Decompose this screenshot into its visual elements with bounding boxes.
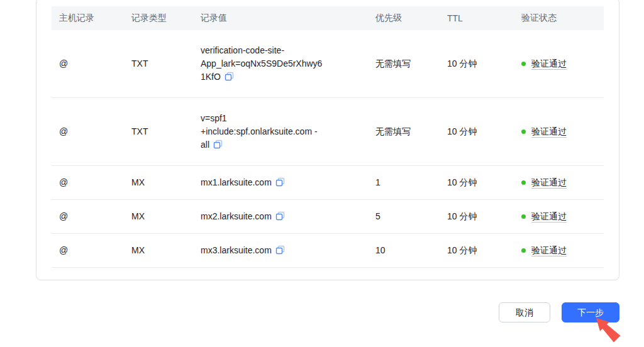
priority-cell: 1 xyxy=(368,166,440,200)
record-value-cell: mx2.larksuite.com xyxy=(193,200,368,234)
record-type-cell: MX xyxy=(124,166,193,200)
priority-cell: 10 xyxy=(368,234,440,268)
green-status-dot-icon xyxy=(521,214,526,219)
record-value-text: mx3.larksuite.com xyxy=(201,245,272,255)
ttl-cell: 10 分钟 xyxy=(440,98,514,166)
record-type-cell: MX xyxy=(124,200,193,234)
verification-status-cell: 验证通过 xyxy=(514,98,604,166)
ttl-cell: 10 分钟 xyxy=(440,234,514,268)
dns-record-row: @ MX mx3.larksuite.com 10 10 分钟 验证通过 xyxy=(52,234,604,268)
column-header-host: 主机记录 xyxy=(52,6,124,30)
green-status-dot-icon xyxy=(521,129,526,134)
status-text[interactable]: 验证通过 xyxy=(531,58,567,70)
green-status-dot-icon xyxy=(521,248,526,253)
record-value-cell: v=spf1 +include:spf.onlarksuite.com -all xyxy=(193,98,368,166)
copy-icon[interactable] xyxy=(275,211,285,221)
column-header-status: 验证状态 xyxy=(514,6,604,30)
record-type-cell: MX xyxy=(124,234,193,268)
record-value-cell: mx1.larksuite.com xyxy=(193,166,368,200)
status-text[interactable]: 验证通过 xyxy=(531,126,567,138)
copy-icon[interactable] xyxy=(225,72,234,81)
ttl-cell: 10 分钟 xyxy=(440,200,514,234)
record-type-cell: TXT xyxy=(124,98,193,166)
table-body: @ TXT verification-code-site-App_lark=oq… xyxy=(52,30,604,268)
dns-record-row: @ MX mx2.larksuite.com 5 10 分钟 验证通过 xyxy=(52,200,604,234)
verification-status-cell: 验证通过 xyxy=(514,166,604,200)
ttl-cell: 10 分钟 xyxy=(440,30,514,98)
dns-record-row: @ TXT v=spf1 +include:spf.onlarksuite.co… xyxy=(52,98,604,166)
verification-status-cell: 验证通过 xyxy=(514,234,604,268)
status-text[interactable]: 验证通过 xyxy=(531,211,567,223)
cancel-button[interactable]: 取消 xyxy=(499,302,550,322)
record-type-cell: TXT xyxy=(124,30,193,98)
status-text[interactable]: 验证通过 xyxy=(531,177,567,189)
column-header-type: 记录类型 xyxy=(124,6,193,30)
dns-record-row: @ MX mx1.larksuite.com 1 10 分钟 验证通过 xyxy=(52,166,604,200)
column-header-value: 记录值 xyxy=(193,6,368,30)
host-record-cell: @ xyxy=(52,234,124,268)
table-header-row: 主机记录 记录类型 记录值 优先级 TTL 验证状态 xyxy=(52,6,604,30)
next-step-button[interactable]: 下一步 xyxy=(562,302,619,322)
verification-status-cell: 验证通过 xyxy=(514,200,604,234)
column-header-priority: 优先级 xyxy=(368,6,440,30)
status-text[interactable]: 验证通过 xyxy=(531,245,567,256)
record-value-text: verification-code-site-App_lark=oqNx5S9D… xyxy=(201,45,322,82)
record-value-cell: verification-code-site-App_lark=oqNx5S9D… xyxy=(193,30,368,98)
verification-status-cell: 验证通过 xyxy=(514,30,604,98)
dns-records-table: 主机记录 记录类型 记录值 优先级 TTL 验证状态 @ TXT verific… xyxy=(52,6,604,268)
priority-cell: 5 xyxy=(368,200,440,234)
record-value-text: mx1.larksuite.com xyxy=(201,177,272,187)
host-record-cell: @ xyxy=(52,30,124,98)
copy-icon[interactable] xyxy=(275,245,285,255)
host-record-cell: @ xyxy=(52,98,124,166)
copy-icon[interactable] xyxy=(213,140,223,149)
copy-icon[interactable] xyxy=(275,177,285,187)
priority-cell: 无需填写 xyxy=(368,98,440,166)
record-value-text: mx2.larksuite.com xyxy=(201,211,272,221)
column-header-ttl: TTL xyxy=(440,6,514,30)
dns-records-card: 主机记录 记录类型 记录值 优先级 TTL 验证状态 @ TXT verific… xyxy=(36,0,619,280)
dns-record-row: @ TXT verification-code-site-App_lark=oq… xyxy=(52,30,604,98)
ttl-cell: 10 分钟 xyxy=(440,166,514,200)
host-record-cell: @ xyxy=(52,200,124,234)
record-value-cell: mx3.larksuite.com xyxy=(193,234,368,268)
green-status-dot-icon xyxy=(521,180,526,185)
priority-cell: 无需填写 xyxy=(368,30,440,98)
host-record-cell: @ xyxy=(52,166,124,200)
green-status-dot-icon xyxy=(521,62,526,66)
